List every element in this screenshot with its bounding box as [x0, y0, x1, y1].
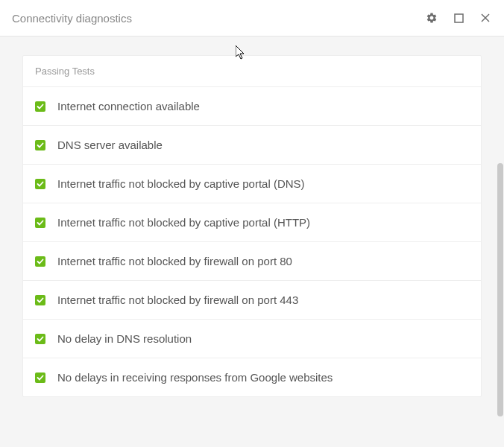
- check-pass-icon: [35, 256, 45, 267]
- test-label: DNS server available: [57, 139, 163, 151]
- test-row[interactable]: No delays in receiving responses from Go…: [23, 358, 481, 396]
- maximize-icon[interactable]: [452, 11, 465, 25]
- passing-tests-panel: Passing Tests Internet connection availa…: [22, 55, 482, 397]
- check-pass-icon: [35, 295, 45, 305]
- test-label: Internet traffic not blocked by captive …: [57, 177, 305, 190]
- check-pass-icon: [35, 334, 45, 344]
- test-row[interactable]: Internet traffic not blocked by captive …: [23, 165, 481, 203]
- test-row[interactable]: Internet traffic not blocked by captive …: [23, 203, 481, 242]
- test-label: No delay in DNS resolution: [57, 332, 192, 345]
- test-label: Internet traffic not blocked by firewall…: [57, 255, 292, 267]
- test-row[interactable]: Internet traffic not blocked by firewall…: [23, 242, 481, 281]
- test-row[interactable]: Internet traffic not blocked by firewall…: [23, 281, 481, 320]
- check-pass-icon: [35, 179, 45, 189]
- test-label: Internet connection available: [57, 100, 200, 112]
- scrollbar-thumb[interactable]: [497, 163, 503, 416]
- scrollbar-track[interactable]: [497, 37, 504, 447]
- check-pass-icon: [35, 140, 45, 150]
- titlebar: Connectivity diagnostics: [0, 0, 504, 37]
- test-label: Internet traffic not blocked by captive …: [57, 216, 310, 229]
- test-label: No delays in receiving responses from Go…: [57, 371, 333, 384]
- window-controls: [425, 11, 492, 25]
- gear-icon[interactable]: [425, 11, 438, 25]
- content-area: Passing Tests Internet connection availa…: [0, 37, 504, 447]
- test-row[interactable]: Internet connection available: [23, 87, 481, 126]
- check-pass-icon: [35, 101, 45, 112]
- panel-header: Passing Tests: [23, 56, 481, 87]
- svg-rect-0: [455, 14, 463, 22]
- test-row[interactable]: DNS server available: [23, 126, 481, 165]
- test-row[interactable]: No delay in DNS resolution: [23, 320, 481, 358]
- close-icon[interactable]: [479, 11, 492, 25]
- window-title: Connectivity diagnostics: [12, 12, 425, 25]
- check-pass-icon: [35, 372, 45, 383]
- check-pass-icon: [35, 218, 45, 228]
- test-label: Internet traffic not blocked by firewall…: [57, 294, 298, 306]
